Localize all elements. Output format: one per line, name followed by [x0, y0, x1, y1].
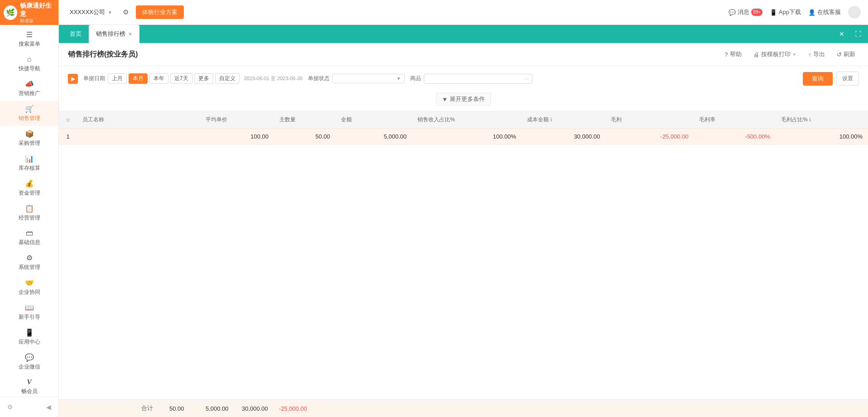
expand-more-button[interactable]: ▼ 展开更多条件: [436, 93, 491, 105]
more-date-button[interactable]: 更多: [194, 73, 213, 84]
export-button[interactable]: ↑ 导出: [805, 48, 829, 60]
tab-sales-rank[interactable]: 销售排行榜 ✕: [89, 25, 139, 43]
col-sales-pct: 销售收入占比%: [412, 111, 522, 129]
goods-more-icon: ···: [524, 76, 528, 81]
cell-avg-price: 100.00: [200, 129, 274, 145]
export-label: 导出: [813, 50, 825, 58]
online-service-label: 在线客服: [817, 8, 841, 16]
sidebar-item-enterprise[interactable]: 🤝 企业协同: [0, 275, 58, 300]
filter-row: ▶ 单据日期 上月 本月 本年 近7天 更多 自定义 2023-06-01 至 …: [68, 72, 859, 86]
help-button[interactable]: ? 帮助: [721, 48, 745, 60]
status-select[interactable]: ▼: [332, 74, 405, 83]
cell-rank: 1: [59, 129, 77, 145]
tab-maximize-icon[interactable]: ⛶: [852, 28, 864, 40]
logo-icon: 🌿: [4, 5, 17, 20]
trial-button[interactable]: 体验行业方案: [136, 5, 184, 19]
tab-close-window-icon[interactable]: ✕: [835, 28, 848, 40]
message-badge: 99+: [751, 9, 762, 16]
page-title: 销售排行榜(按业务员): [68, 50, 138, 59]
header-settings-icon[interactable]: ⚙: [120, 6, 132, 19]
col-profit-rate: 毛利率: [694, 111, 775, 129]
cell-profit: -25,000.00: [605, 129, 694, 145]
sidebar-item-system[interactable]: ⚙ 系统管理: [0, 250, 58, 275]
cost-info-icon[interactable]: ℹ: [550, 117, 552, 122]
footer-label: 合计: [64, 404, 164, 412]
user-avatar[interactable]: [848, 6, 861, 19]
date-filter: 单据日期 上月 本月 本年 近7天 更多 自定义 2023-06-01 至 20…: [83, 73, 302, 84]
last-month-button[interactable]: 上月: [108, 73, 127, 84]
sidebar-collapse-button[interactable]: ◀: [42, 401, 55, 413]
last-7-button[interactable]: 近7天: [170, 73, 192, 84]
help-label: 帮助: [730, 50, 742, 58]
goods-filter: 商品 ···: [410, 74, 532, 84]
app-download-action[interactable]: 📱 App下载: [770, 8, 801, 16]
sidebar-item-label: 库存核算: [19, 164, 40, 172]
tab-close-icon[interactable]: ✕: [128, 31, 132, 37]
sidebar-item-marketing[interactable]: 📣 营销推广: [0, 76, 58, 101]
this-month-button[interactable]: 本月: [129, 73, 148, 84]
sidebar-item-basic-info[interactable]: 🗃 基础信息: [0, 225, 58, 250]
sidebar-item-search-order[interactable]: ☰ 搜索菜单: [0, 27, 58, 52]
cell-qty: 50.00: [274, 129, 336, 145]
purchase-icon: 📦: [25, 129, 34, 138]
header-right: 💬 消息 99+ 📱 App下载 👤 在线客服: [729, 6, 861, 19]
footer-values: 50.00 5,000.00 30,000.00 -25,000.00: [164, 405, 863, 412]
table-container: ☆ 员工名称 平均单价 主数量 全额 销售收入占比% 成本全额 ℹ 毛利 毛利率…: [59, 111, 868, 399]
date-range: 2023-06-01 至 2023-06-30: [244, 75, 303, 82]
online-service-action[interactable]: 👤 在线客服: [808, 8, 841, 16]
sidebar-item-label: 快捷导航: [19, 65, 40, 72]
sidebar-item-operations[interactable]: 📋 经营管理: [0, 201, 58, 225]
query-button[interactable]: 查询: [803, 72, 833, 86]
profit-pct-info-icon[interactable]: ℹ: [809, 117, 811, 122]
goods-filter-label: 商品: [410, 75, 421, 82]
logo-text: 畅康通好生意 标准版: [20, 1, 55, 24]
sidebar-item-quick-nav[interactable]: ⌂ 快捷导航: [0, 52, 58, 76]
company-selector[interactable]: XXXXXX公司 ▼: [66, 6, 116, 18]
sidebar-item-label: 企业微信: [19, 363, 40, 371]
sidebar-item-sales[interactable]: 🛒 销售管理: [0, 101, 58, 126]
table-header-row: ☆ 员工名称 平均单价 主数量 全额 销售收入占比% 成本全额 ℹ 毛利 毛利率…: [59, 111, 868, 129]
sidebar-nav: ☰ 搜索菜单 ⌂ 快捷导航 📣 营销推广 🛒 销售管理 📦 采购管理 📊 库存核…: [0, 25, 58, 397]
sidebar-item-wechat[interactable]: 💬 企业微信: [0, 350, 58, 374]
marketing-icon: 📣: [25, 80, 34, 88]
col-name: 员工名称: [77, 111, 200, 129]
sidebar-item-finance[interactable]: 💰 资金管理: [0, 176, 58, 201]
sidebar-item-label: 基础信息: [19, 239, 40, 246]
content-area: 销售排行榜(按业务员) ? 帮助 🖨 按模板打印 ▼ ↑ 导出 ↺ 刷新: [59, 43, 868, 417]
sidebar-item-purchase[interactable]: 📦 采购管理: [0, 126, 58, 151]
cell-profit-rate: -500.00%: [694, 129, 775, 145]
footer-profit: -25,000.00: [273, 405, 312, 412]
footer-total-label: 合计: [141, 405, 153, 412]
filter-settings-button[interactable]: 设置: [836, 72, 859, 86]
sidebar-item-member[interactable]: V 畅会员: [0, 374, 58, 397]
sidebar-item-label: 资金管理: [19, 189, 40, 197]
sidebar-item-label: 营销推广: [19, 90, 40, 97]
sidebar-item-guide[interactable]: 📖 新手引导: [0, 300, 58, 325]
this-year-button[interactable]: 本年: [149, 73, 168, 84]
col-profit-pct: 毛利占比% ℹ: [776, 111, 868, 129]
inventory-icon: 📊: [25, 154, 34, 163]
logo-sub: 标准版: [20, 18, 55, 24]
footer-qty: 50.00: [164, 405, 200, 412]
sidebar-item-inventory[interactable]: 📊 库存核算: [0, 151, 58, 176]
goods-select[interactable]: ···: [424, 74, 532, 84]
tab-bar-right: ✕ ⛶: [835, 28, 864, 40]
message-icon: 💬: [729, 9, 736, 16]
expand-chevron-icon: ▼: [442, 96, 448, 103]
sidebar-item-label: 采购管理: [19, 139, 40, 147]
custom-date-button[interactable]: 自定义: [215, 73, 240, 84]
sidebar-item-label: 搜索菜单: [19, 40, 40, 48]
member-icon: V: [27, 378, 32, 386]
refresh-button[interactable]: ↺ 刷新: [833, 48, 859, 60]
filter-toggle-button[interactable]: ▶: [68, 74, 78, 84]
date-filter-label: 单据日期: [83, 75, 105, 82]
sidebar-item-app-center[interactable]: 📱 应用中心: [0, 325, 58, 350]
table-footer: 合计 50.00 5,000.00 30,000.00 -25,000.00: [59, 399, 868, 417]
guide-icon: 📖: [25, 303, 34, 312]
message-action[interactable]: 💬 消息 99+: [729, 8, 762, 16]
print-button[interactable]: 🖨 按模板打印 ▼: [750, 48, 801, 60]
status-filter: 单据状态 ▼: [308, 74, 405, 83]
tab-home[interactable]: 首页: [62, 25, 89, 43]
refresh-icon: ↺: [837, 51, 842, 58]
sidebar-settings-button[interactable]: ⚙: [4, 401, 16, 413]
